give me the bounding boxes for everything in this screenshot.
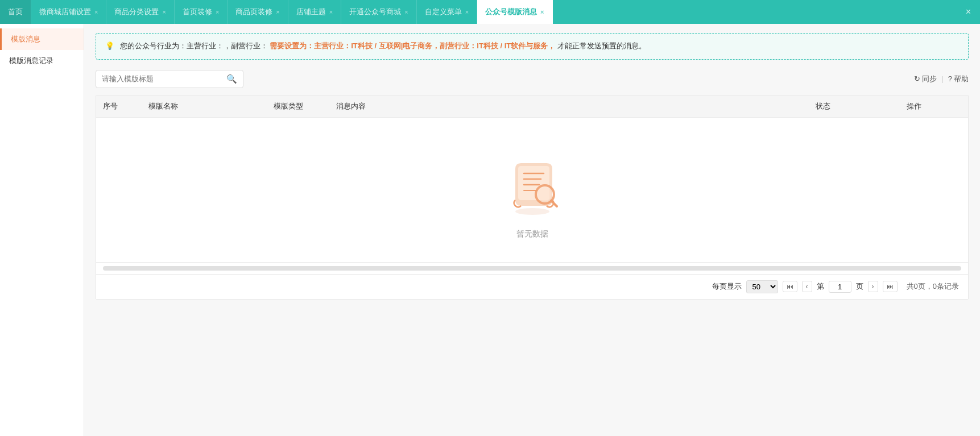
notice-highlight: 需要设置为：主营行业：IT科技 / 互联网|电子商务，副营行业：IT科技 / I… — [270, 41, 555, 50]
sync-icon: ↻ — [914, 74, 920, 83]
search-bar: 🔍 ↻ 同步 | ? 帮助 — [96, 70, 969, 88]
notice-box: 💡 您的公众号行业为：主营行业：，副营行业： 需要设置为：主营行业：IT科技 /… — [96, 33, 969, 60]
close-tab-product-deco[interactable]: × — [276, 9, 279, 15]
pagination: 每页显示 50 20 100 ⏮ ‹ 第 页 › ⏭ 共0页，0条记录 — [96, 274, 968, 299]
page-size-select[interactable]: 50 20 100 — [746, 280, 778, 293]
main-layout: 模版消息模版消息记录 💡 您的公众号行业为：主营行业：，副营行业： 需要设置为：… — [0, 24, 980, 436]
last-page-button[interactable]: ⏭ — [883, 281, 898, 292]
search-button[interactable]: 🔍 — [221, 70, 243, 88]
search-input-wrap: 🔍 — [96, 70, 243, 88]
nav-tab-homepage-deco[interactable]: 首页装修× — [175, 0, 228, 24]
nav-tab-store-theme[interactable]: 店铺主题× — [288, 0, 341, 24]
notice-text1: 您的公众号行业为：主营行业：，副营行业： — [120, 41, 268, 50]
close-all-tabs-button[interactable]: × — [957, 7, 980, 17]
sync-label: 同步 — [922, 74, 937, 84]
page-size-label: 每页显示 — [712, 281, 742, 292]
content-area: 💡 您的公众号行业为：主营行业：，副营行业： 需要设置为：主营行业：IT科技 /… — [84, 24, 980, 436]
horizontal-scrollbar[interactable] — [103, 266, 961, 271]
col-status: 状态 — [809, 101, 900, 111]
close-tab-category-settings[interactable]: × — [162, 9, 166, 15]
close-tab-template-msg[interactable]: × — [540, 9, 544, 15]
page-prefix: 第 — [817, 281, 824, 292]
sidebar: 模版消息模版消息记录 — [0, 24, 84, 436]
sidebar-item-template-msg[interactable]: 模版消息 — [0, 28, 84, 50]
data-table: 序号 模版名称 模版类型 消息内容 状态 操作 — [96, 95, 969, 300]
total-info: 共0页，0条记录 — [907, 281, 959, 292]
help-label: 帮助 — [954, 74, 969, 84]
close-tab-open-mall[interactable]: × — [404, 9, 408, 15]
col-type: 模版类型 — [267, 101, 329, 111]
next-page-button[interactable]: › — [868, 281, 878, 292]
nav-tab-product-deco[interactable]: 商品页装修× — [228, 0, 288, 24]
notice-text2: 才能正常发送预置的消息。 — [557, 41, 646, 50]
col-content: 消息内容 — [329, 101, 809, 111]
empty-text: 暂无数据 — [516, 229, 548, 239]
col-name: 模版名称 — [142, 101, 267, 111]
notice-icon: 💡 — [105, 41, 114, 50]
close-tab-store-theme[interactable]: × — [329, 9, 333, 15]
svg-point-6 — [538, 188, 552, 201]
close-tab-custom-menu[interactable]: × — [465, 9, 469, 15]
sidebar-item-template-msg-record[interactable]: 模版消息记录 — [0, 50, 84, 72]
current-page-input[interactable] — [829, 281, 851, 293]
close-tab-store-settings[interactable]: × — [94, 9, 98, 15]
nav-tab-custom-menu[interactable]: 自定义菜单× — [417, 0, 477, 24]
first-page-button[interactable]: ⏮ — [783, 281, 797, 292]
help-icon: ? — [948, 74, 952, 83]
nav-tab-home[interactable]: 首页 — [0, 0, 31, 24]
svg-point-0 — [515, 208, 549, 215]
nav-tab-category-settings[interactable]: 商品分类设置× — [106, 0, 174, 24]
toolbar-right: ↻ 同步 | ? 帮助 — [914, 74, 969, 84]
close-tab-homepage-deco[interactable]: × — [216, 9, 219, 15]
scrollbar-area — [96, 262, 968, 274]
prev-page-button[interactable]: ‹ — [802, 281, 812, 292]
empty-state: 暂无数据 — [96, 118, 968, 262]
divider: | — [941, 74, 943, 83]
search-input[interactable] — [96, 71, 221, 86]
nav-tab-open-mall[interactable]: 开通公众号商城× — [341, 0, 416, 24]
col-seq: 序号 — [96, 101, 142, 111]
page-suffix: 页 — [856, 281, 863, 292]
top-navigation: 首页微商城店铺设置×商品分类设置×首页装修×商品页装修×店铺主题×开通公众号商城… — [0, 0, 980, 24]
table-header: 序号 模版名称 模版类型 消息内容 状态 操作 — [96, 95, 968, 118]
col-action: 操作 — [900, 101, 968, 111]
help-button[interactable]: ? 帮助 — [948, 74, 969, 84]
nav-tab-template-msg[interactable]: 公众号模版消息× — [477, 0, 552, 24]
empty-icon — [498, 152, 567, 220]
sync-button[interactable]: ↻ 同步 — [914, 74, 937, 84]
nav-tab-store-settings[interactable]: 微商城店铺设置× — [31, 0, 106, 24]
